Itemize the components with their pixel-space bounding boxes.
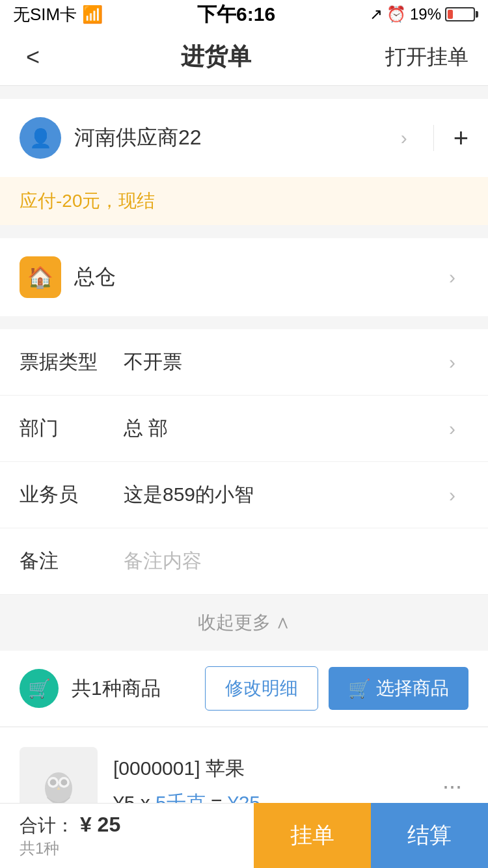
invoice-type-label: 票据类型	[20, 349, 111, 375]
salesperson-label: 业务员	[20, 481, 111, 508]
select-product-label: 选择商品	[376, 676, 449, 701]
product-title: 苹果	[206, 757, 245, 779]
remark-input[interactable]: 备注内容	[111, 548, 468, 575]
invoice-chevron-icon: ›	[449, 351, 455, 373]
department-chevron-icon: ›	[449, 418, 455, 440]
supplier-section: 👤 河南供应商22 › + 应付-20元，现结	[0, 99, 488, 225]
product-name: [0000001] 苹果	[113, 755, 436, 782]
select-product-icon: 🛒	[348, 678, 371, 699]
product-count: 共1种商品	[72, 675, 205, 702]
back-button[interactable]: <	[20, 37, 46, 77]
invoice-type-value: 不开票	[111, 349, 449, 375]
collapse-bar[interactable]: 收起更多 ∧	[0, 595, 488, 651]
top-divider	[0, 86, 488, 99]
remark-label: 备注	[20, 548, 111, 575]
salesperson-row[interactable]: 业务员 这是859的小智 ›	[0, 462, 488, 528]
warehouse-name: 总仓	[74, 263, 449, 292]
battery-icon	[445, 7, 475, 21]
supplier-avatar: 👤	[20, 117, 61, 159]
select-product-button[interactable]: 🛒 选择商品	[329, 667, 468, 710]
salesperson-value: 这是859的小智	[111, 481, 449, 508]
bottom-bar: 合计： ¥ 25 共1种 挂单 结算	[0, 803, 488, 868]
collapse-label: 收起更多 ∧	[198, 612, 291, 632]
supplier-name: 河南供应商22	[74, 124, 401, 152]
supplier-actions: › +	[401, 124, 468, 153]
total-section: 合计： ¥ 25 共1种	[0, 803, 254, 868]
salesperson-chevron-icon: ›	[449, 484, 455, 506]
invoice-type-row[interactable]: 票据类型 不开票 ›	[0, 329, 488, 396]
wifi-icon: 📶	[82, 5, 103, 25]
status-left: 无SIM卡 📶	[13, 3, 103, 26]
department-value: 总 部	[111, 415, 449, 442]
nav-bar: < 进货单 打开挂单	[0, 29, 488, 86]
divider-1	[0, 225, 488, 238]
house-icon: 🏠	[27, 265, 53, 290]
product-code: [0000001]	[113, 757, 206, 779]
status-bar: 无SIM卡 📶 下午6:16 ↗ ⏰ 19%	[0, 0, 488, 29]
payment-alert: 应付-20元，现结	[0, 177, 488, 225]
status-time: 下午6:16	[197, 1, 275, 28]
warehouse-row[interactable]: 🏠 总仓 ›	[0, 238, 488, 316]
suspend-button[interactable]: 挂单	[254, 803, 371, 868]
svg-point-4	[61, 780, 68, 786]
total-value: ¥ 25	[80, 813, 120, 836]
product-header: 🛒 共1种商品 修改明细 🛒 选择商品	[0, 651, 488, 727]
alarm-icon: ⏰	[386, 5, 406, 23]
total-amount: 合计： ¥ 25	[20, 813, 234, 838]
status-right: ↗ ⏰ 19%	[370, 5, 475, 23]
owl-logo	[36, 763, 81, 809]
product-more-button[interactable]: ···	[436, 772, 468, 800]
warehouse-chevron-icon: ›	[449, 266, 455, 288]
divider	[433, 125, 434, 151]
carrier-label: 无SIM卡	[13, 3, 77, 26]
cart-icon: 🛒	[20, 669, 59, 708]
cart-symbol: 🛒	[28, 678, 51, 699]
edit-detail-button[interactable]: 修改明细	[205, 666, 318, 711]
department-label: 部门	[20, 415, 111, 442]
remark-row[interactable]: 备注 备注内容	[0, 528, 488, 595]
warehouse-icon: 🏠	[20, 256, 61, 298]
open-pending-button[interactable]: 打开挂单	[385, 43, 468, 72]
form-section: 票据类型 不开票 › 部门 总 部 › 业务员 这是859的小智 › 备注 备注…	[0, 329, 488, 595]
settle-button[interactable]: 结算	[371, 803, 488, 868]
supplier-chevron-icon[interactable]: ›	[401, 127, 407, 149]
department-row[interactable]: 部门 总 部 ›	[0, 396, 488, 462]
add-supplier-button[interactable]: +	[454, 124, 468, 153]
page-title: 进货单	[181, 41, 251, 73]
location-icon: ↗	[370, 5, 383, 23]
avatar-icon: 👤	[29, 128, 52, 149]
divider-2	[0, 316, 488, 329]
battery-percent: 19%	[410, 5, 441, 23]
total-label: 合计：	[20, 815, 74, 835]
supplier-row: 👤 河南供应商22 › +	[0, 99, 488, 177]
total-sub: 共1种	[20, 838, 234, 859]
svg-point-3	[50, 780, 57, 786]
